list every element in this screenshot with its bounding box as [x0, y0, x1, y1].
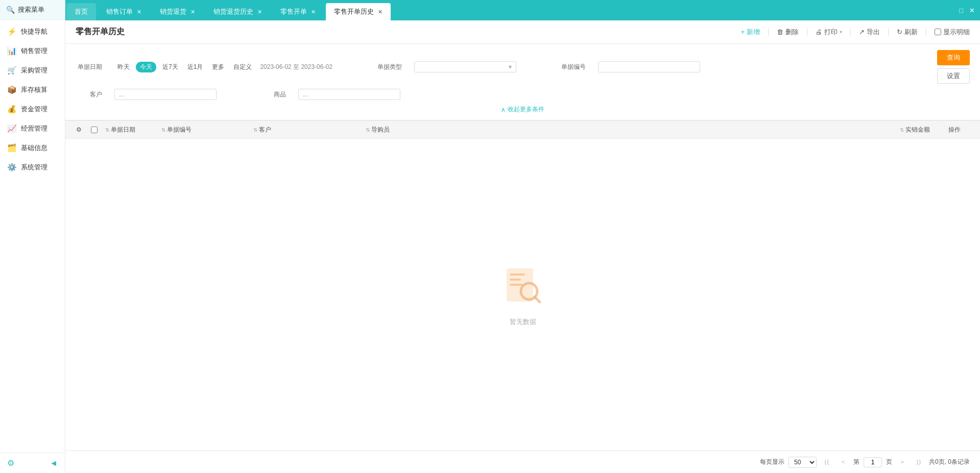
- tab-retail-open[interactable]: 零售开单 ✕: [272, 3, 324, 20]
- divider-1: [768, 29, 769, 36]
- tab-retail-open-history[interactable]: 零售开单历史 ✕: [326, 3, 391, 20]
- tab-retail-open-close[interactable]: ✕: [311, 9, 316, 15]
- th-number[interactable]: ⇅ 单据编号: [157, 126, 249, 134]
- page-number-input[interactable]: [864, 457, 882, 467]
- th-amount[interactable]: ⇅ 实销金额: [873, 126, 934, 134]
- type-filter-label: 单据类型: [375, 63, 402, 71]
- date-btn-more[interactable]: 更多: [209, 62, 227, 72]
- print-label: 打印: [824, 28, 838, 37]
- th-settings[interactable]: ⚙: [70, 126, 87, 133]
- sidebar-item-quick-nav[interactable]: ⚡ 快捷导航: [0, 22, 65, 41]
- sidebar-item-finance-mgmt[interactable]: 💰 资金管理: [0, 99, 65, 119]
- delete-button[interactable]: 🗑 删除: [777, 28, 799, 37]
- sidebar-menu: ⚡ 快捷导航 📊 销售管理 🛒 采购管理 📦 库存核算 💰 资金管理 📈 经营管…: [0, 20, 65, 453]
- th-date[interactable]: ⇅ 单据日期: [101, 126, 157, 134]
- th-checkbox[interactable]: [87, 127, 101, 133]
- sidebar-item-inventory[interactable]: 📦 库存核算: [0, 80, 65, 99]
- sidebar-item-sys-mgmt[interactable]: ⚙️ 系统管理: [0, 158, 65, 177]
- settings-button[interactable]: 设置: [937, 68, 970, 84]
- content-area: 零售开单历史 + 新增 🗑 删除 🖨 打印 ▾ ↗: [65, 20, 980, 473]
- filter-area: 单据日期 昨天 今天 近7天 近1月 更多 自定义 2023-06-02 至 2…: [65, 44, 980, 120]
- date-btn-custom[interactable]: 自定义: [230, 62, 255, 72]
- type-filter-select[interactable]: ▾: [414, 61, 516, 72]
- footer-settings-icon[interactable]: ⚙: [7, 458, 14, 468]
- quick-nav-icon: ⚡: [7, 27, 17, 36]
- footer-collapse-icon[interactable]: ◄: [50, 459, 58, 468]
- date-btn-today[interactable]: 今天: [136, 62, 156, 72]
- prev-page-btn[interactable]: ＜: [837, 456, 849, 468]
- gear-icon: ⚙: [76, 126, 82, 133]
- export-button[interactable]: ↗ 导出: [859, 28, 880, 37]
- tab-sales-return-history-close[interactable]: ✕: [257, 9, 262, 15]
- date-btn-7days[interactable]: 近7天: [159, 62, 181, 72]
- number-filter-label: 单据编号: [559, 63, 586, 71]
- sidebar-item-basic-info[interactable]: 🗂️ 基础信息: [0, 138, 65, 158]
- goods-filter-label: 商品: [259, 90, 286, 99]
- sidebar-item-label: 系统管理: [21, 163, 47, 172]
- print-chevron: ▾: [840, 29, 842, 35]
- sidebar-item-label: 销售管理: [21, 46, 47, 56]
- divider-5: [926, 29, 926, 36]
- refresh-button[interactable]: ↻ 刷新: [897, 28, 918, 37]
- window-close-btn[interactable]: ✕: [969, 7, 975, 14]
- finance-mgmt-icon: 💰: [7, 105, 17, 114]
- empty-state: 暂无数据: [65, 139, 980, 451]
- purchase-mgmt-icon: 🛒: [7, 66, 17, 75]
- page-title: 零售开单历史: [76, 27, 125, 37]
- sidebar-item-label: 库存核算: [21, 85, 47, 94]
- collapse-icon: ∧: [501, 106, 506, 113]
- next-page-btn[interactable]: ＞: [896, 456, 909, 468]
- sidebar-item-operation-mgmt[interactable]: 📈 经营管理: [0, 119, 65, 138]
- filter-row-1: 单据日期 昨天 今天 近7天 近1月 更多 自定义 2023-06-02 至 2…: [76, 50, 970, 84]
- first-page-btn[interactable]: ⟨⟨: [821, 456, 833, 468]
- per-page-select[interactable]: 50 100 200: [788, 457, 817, 468]
- add-button[interactable]: + 新增: [741, 28, 760, 37]
- date-btn-1month[interactable]: 近1月: [184, 62, 206, 72]
- last-page-btn[interactable]: ⟩⟩: [913, 456, 925, 468]
- select-all-checkbox[interactable]: [91, 127, 98, 133]
- tab-sales-return-history[interactable]: 销货退货历史 ✕: [205, 3, 270, 20]
- svg-rect-1: [510, 273, 525, 276]
- refresh-label: 刷新: [904, 28, 918, 37]
- top-nav: 首页 销售订单 ✕ 销货退货 ✕ 销货退货历史 ✕ 零售开单 ✕ 零售开单历史 …: [65, 0, 980, 20]
- tab-home[interactable]: 首页: [66, 3, 96, 20]
- customer-filter-label: 客户: [76, 90, 102, 99]
- customer-filter-select[interactable]: ...: [114, 89, 217, 100]
- per-page-label: 每页显示: [760, 458, 784, 466]
- date-range-display: 2023-06-02 至 2023-06-02: [260, 63, 332, 71]
- th-action: 操作: [934, 126, 975, 134]
- tab-sales-order-close[interactable]: ✕: [137, 9, 141, 15]
- filter-row-2: 客户 ... 商品 ...: [76, 89, 970, 100]
- show-detail-checkbox-label[interactable]: 显示明细: [935, 28, 970, 37]
- collapse-button[interactable]: ∧ 收起更多条件: [501, 105, 544, 114]
- page-header: 零售开单历史 + 新增 🗑 删除 🖨 打印 ▾ ↗: [65, 20, 980, 44]
- page-label: 第: [853, 458, 859, 466]
- goods-filter-select[interactable]: ...: [298, 89, 400, 100]
- query-settings-group: 查询 设置: [937, 50, 970, 84]
- svg-line-5: [535, 297, 540, 302]
- th-customer[interactable]: ⇅ 客户: [249, 126, 362, 134]
- show-detail-checkbox[interactable]: [935, 29, 941, 35]
- sort-icon-date: ⇅: [105, 127, 109, 133]
- table-header: ⚙ ⇅ 单据日期 ⇅ 单据编号 ⇅ 客户 ⇅: [65, 120, 980, 139]
- print-button[interactable]: 🖨 打印 ▾: [816, 28, 842, 37]
- goods-filter-dots: ...: [303, 91, 308, 98]
- tab-sales-order[interactable]: 销售订单 ✕: [98, 3, 150, 20]
- sidebar-search-btn[interactable]: 🔍 搜索菜单: [0, 0, 65, 20]
- sidebar-item-purchase-mgmt[interactable]: 🛒 采购管理: [0, 61, 65, 80]
- window-restore-btn[interactable]: □: [959, 7, 963, 14]
- th-guide[interactable]: ⇅ 导购员: [362, 126, 423, 134]
- sidebar-item-sales-mgmt[interactable]: 📊 销售管理: [0, 41, 65, 61]
- tab-sales-return-close[interactable]: ✕: [190, 9, 195, 15]
- number-filter-input[interactable]: [598, 61, 700, 72]
- query-button[interactable]: 查询: [937, 50, 970, 65]
- date-btn-yesterday[interactable]: 昨天: [114, 62, 133, 72]
- inventory-icon: 📦: [7, 85, 17, 94]
- sidebar-item-label: 快捷导航: [21, 27, 47, 36]
- th-customer-label: 客户: [259, 126, 271, 134]
- tab-sales-return[interactable]: 销货退货 ✕: [152, 3, 203, 20]
- th-action-label: 操作: [948, 126, 961, 134]
- tab-retail-open-history-close[interactable]: ✕: [378, 9, 383, 15]
- date-filter-label: 单据日期: [76, 63, 102, 71]
- top-nav-right: □ ✕: [959, 7, 975, 14]
